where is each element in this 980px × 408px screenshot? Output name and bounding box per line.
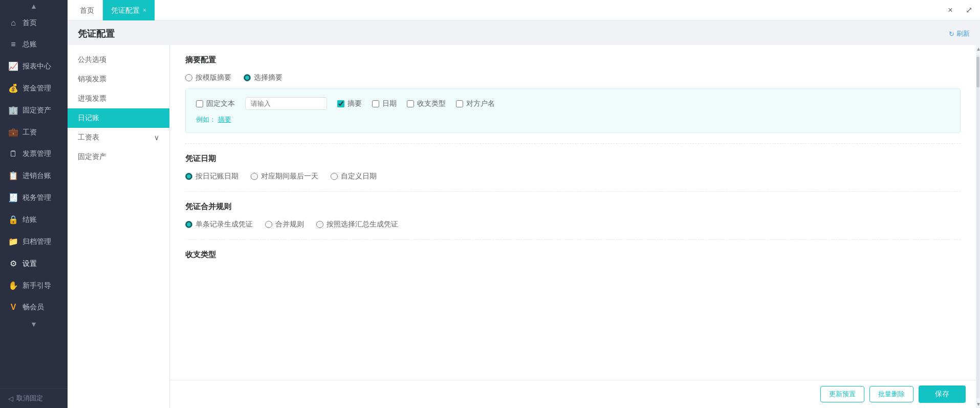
tab-window-expand-button[interactable]: ⤢	[962, 3, 976, 17]
left-nav-public[interactable]: 公共选项	[68, 50, 169, 70]
sidebar-item-archive[interactable]: 📁 归档管理	[0, 231, 68, 253]
summary-config-title: 摘要配置	[185, 55, 961, 65]
sidebar-item-report[interactable]: 📈 报表中心	[0, 55, 68, 77]
merge-radio-single[interactable]: 单条记录生成凭证	[185, 220, 253, 229]
left-nav-salary-label: 工资表	[78, 133, 99, 142]
sidebar-unpin[interactable]: ◁ 取消固定	[0, 388, 68, 408]
sidebar-item-settings[interactable]: ⚙ 设置	[0, 253, 68, 275]
radio-select-merge-input[interactable]	[316, 221, 323, 228]
radio-custom-date-input[interactable]	[331, 173, 338, 180]
left-nav-diary[interactable]: 日记账	[68, 108, 169, 128]
checkbox-row: 固定文本 摘要 日期 收支类型	[196, 97, 950, 110]
tab-voucher-config[interactable]: 凭证配置 ×	[103, 0, 155, 20]
voucher-date-radio-group: 按日记账日期 对应期间最后一天 自定义日期	[185, 172, 961, 181]
tab-voucher-label: 凭证配置	[111, 0, 140, 20]
voucher-date-radio-custom[interactable]: 自定义日期	[331, 172, 377, 181]
summary-checkbox[interactable]	[337, 100, 344, 107]
summary-radio-select[interactable]: 选择摘要	[244, 73, 282, 82]
sidebar-bottom-label: 取消固定	[16, 394, 43, 403]
sidebar-item-tax[interactable]: 🧾 税务管理	[0, 187, 68, 209]
summary-checkbox-label: 摘要	[347, 99, 362, 108]
radio-merge-input[interactable]	[265, 221, 272, 228]
radio-merge-label: 合并规则	[275, 220, 304, 229]
sidebar-item-home[interactable]: ⌂ 首页	[0, 12, 68, 34]
sidebar-item-purchase[interactable]: 📋 进销台账	[0, 165, 68, 187]
left-nav-fixed-assets[interactable]: 固定资产	[68, 147, 169, 167]
checkbox-counterparty[interactable]: 对方户名	[456, 99, 495, 108]
left-nav-sales-label: 销项发票	[78, 75, 106, 84]
guide-icon: ✋	[8, 281, 18, 290]
sidebar-item-vip[interactable]: V 畅会员	[0, 297, 68, 318]
tax-icon: 🧾	[8, 193, 18, 202]
example-value[interactable]: 摘要	[218, 116, 231, 123]
radio-single-input[interactable]	[185, 221, 192, 228]
sidebar-item-salary[interactable]: 💼 工资	[0, 121, 68, 143]
scroll-up-button[interactable]: ▲	[976, 45, 980, 53]
radio-period-last-label: 对应期间最后一天	[261, 172, 318, 181]
radio-select-label: 选择摘要	[254, 73, 282, 82]
sidebar-item-capital[interactable]: 💰 资金管理	[0, 77, 68, 99]
tab-home[interactable]: 首页	[72, 0, 103, 20]
sidebar-item-label: 总账	[23, 40, 37, 49]
scroll-thumb	[976, 57, 979, 87]
summary-radio-template[interactable]: 按模版摘要	[185, 73, 231, 82]
merge-rules-radio-group: 单条记录生成凭证 合并规则 按照选择汇总生成凭证	[185, 220, 961, 229]
update-preview-button[interactable]: 更新预置	[820, 386, 864, 402]
voucher-date-radio-period[interactable]: 对应期间最后一天	[251, 172, 318, 181]
radio-single-label: 单条记录生成凭证	[195, 220, 253, 229]
radio-custom-date-label: 自定义日期	[341, 172, 377, 181]
radio-select-merge-label: 按照选择汇总生成凭证	[326, 220, 398, 229]
merge-radio-select-merge[interactable]: 按照选择汇总生成凭证	[316, 220, 398, 229]
salary-icon: 💼	[8, 127, 18, 137]
sidebar-item-ledger[interactable]: ≡ 总账	[0, 34, 68, 55]
sidebar-item-label: 固定资产	[23, 106, 51, 115]
sidebar-item-label: 发票管理	[23, 149, 51, 158]
scroll-track	[976, 55, 979, 398]
bottom-action-bar: 更新预置 批量删除 保存	[170, 380, 976, 408]
radio-template-input[interactable]	[185, 74, 192, 81]
radio-period-last-input[interactable]	[251, 173, 258, 180]
checkbox-fixed-text[interactable]: 固定文本	[196, 99, 235, 108]
left-nav-salary-table[interactable]: 工资表 ∨	[68, 128, 169, 147]
tab-window-close-button[interactable]: ×	[943, 3, 957, 17]
vip-icon: V	[8, 303, 18, 312]
checkbox-date[interactable]: 日期	[372, 99, 397, 108]
income-type-checkbox[interactable]	[407, 100, 414, 107]
checkbox-summary[interactable]: 摘要	[337, 99, 362, 108]
voucher-date-section: 凭证日期 按日记账日期 对应期间最后一天 自定义日期	[185, 154, 961, 192]
save-button[interactable]: 保存	[919, 386, 966, 403]
radio-diary-date-input[interactable]	[185, 173, 192, 180]
left-nav-assets-label: 固定资产	[78, 152, 106, 162]
voucher-date-radio-diary[interactable]: 按日记账日期	[185, 172, 238, 181]
sidebar-item-label: 畅会员	[23, 303, 44, 312]
batch-delete-button[interactable]: 批量删除	[869, 386, 913, 402]
radio-diary-date-label: 按日记账日期	[195, 172, 238, 181]
summary-radio-group: 按模版摘要 选择摘要	[185, 73, 961, 82]
sidebar-item-assets[interactable]: 🏢 固定资产	[0, 99, 68, 121]
refresh-button[interactable]: ↻ 刷新	[949, 29, 970, 38]
left-nav-sales[interactable]: 销项发票	[68, 70, 169, 89]
sidebar-item-close[interactable]: 🔒 结账	[0, 209, 68, 231]
purchase-icon: 📋	[8, 171, 18, 180]
date-checkbox[interactable]	[372, 100, 379, 107]
merge-radio-merge[interactable]: 合并规则	[265, 220, 304, 229]
left-nav-purchase-inv[interactable]: 进项发票	[68, 89, 169, 108]
report-icon: 📈	[8, 61, 18, 71]
sidebar-item-invoice[interactable]: 🗒 发票管理	[0, 143, 68, 165]
sidebar-scroll-down[interactable]: ▼	[0, 318, 68, 330]
voucher-date-title: 凭证日期	[185, 154, 961, 164]
tab-close-icon[interactable]: ×	[143, 0, 146, 20]
refresh-label: 刷新	[956, 29, 970, 38]
fixed-text-input[interactable]	[245, 97, 327, 110]
counterparty-checkbox[interactable]	[456, 100, 463, 107]
sidebar-scroll-up[interactable]: ▲	[0, 0, 68, 12]
sidebar-item-label: 新手引导	[23, 281, 51, 290]
example-text: 例如： 摘要	[196, 115, 950, 124]
checkbox-income-type[interactable]: 收支类型	[407, 99, 446, 108]
radio-select-input[interactable]	[244, 74, 251, 81]
capital-icon: 💰	[8, 83, 18, 93]
scroll-down-button[interactable]: ▼	[976, 400, 980, 408]
fixed-text-checkbox[interactable]	[196, 100, 203, 107]
sidebar-item-label: 工资	[23, 128, 37, 137]
sidebar-item-guide[interactable]: ✋ 新手引导	[0, 275, 68, 297]
